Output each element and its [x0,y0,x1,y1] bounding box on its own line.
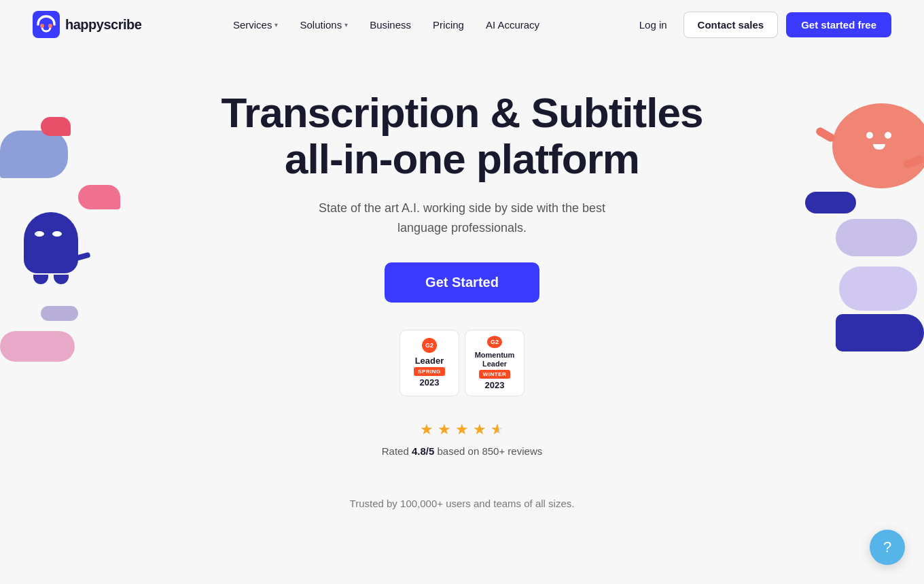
monster-foot-right [54,275,69,284]
nav-link-services[interactable]: Services ▾ [225,14,287,36]
nav-link-pricing[interactable]: Pricing [425,14,472,36]
nav-item-services[interactable]: Services ▾ [225,14,287,36]
arm-left [815,126,836,143]
hero-subtitle: State of the art A.I. working side by si… [313,199,611,238]
bubble-coral-sphere [832,103,924,188]
monster-left [20,212,82,300]
monster-body [24,212,78,273]
nav-link-ai-accuracy[interactable]: AI Accuracy [478,14,548,36]
contact-sales-button[interactable]: Contact sales [683,12,779,38]
bubble-lavender [41,306,78,321]
nav-actions: Log in Contact sales Get started free [631,12,891,38]
navbar: happyscribe Services ▾ Solutions ▾ Busin… [0,0,924,49]
chevron-down-icon: ▾ [344,21,348,29]
bubble-dark-right [836,314,924,351]
hero-title: Transcription & Subtitles all-in-one pla… [221,90,703,182]
arm-right [903,154,924,169]
deco-left [0,117,149,375]
chat-support-button[interactable]: ? [870,530,905,565]
face-eye-right [885,132,891,139]
stars-row: ★ ★ ★ ★ ★ ★ [420,421,504,439]
bubble-pink-small [78,185,120,209]
monster-foot-left [33,275,48,284]
trusted-text: Trusted by 100,000+ users and teams of a… [350,498,575,523]
nav-item-pricing[interactable]: Pricing [425,14,472,36]
bubble-blue-large [0,131,68,178]
g2-icon-momentum: G2 [487,336,502,348]
rating-text: Rated 4.8/5 based on 850+ reviews [382,445,542,457]
monster-eye-left [35,231,44,237]
hero-get-started-button[interactable]: Get Started [385,262,539,303]
nav-link-business[interactable]: Business [361,14,419,36]
nav-links: Services ▾ Solutions ▾ Business Pricing … [225,14,548,36]
svg-rect-0 [33,11,60,38]
logo-icon [33,11,60,38]
face-mouth [873,144,885,150]
star-1: ★ [420,421,433,439]
star-2: ★ [438,421,451,439]
star-3: ★ [455,421,469,439]
star-5-half: ★ ★ [491,421,504,439]
nav-item-solutions[interactable]: Solutions ▾ [291,14,356,36]
g2-icon-leader: G2 [422,338,437,353]
bubble-blue-right [805,192,856,213]
deco-right [775,103,924,389]
bubble-pink-left [0,331,75,362]
chevron-down-icon: ▾ [274,21,278,29]
nav-item-business[interactable]: Business [361,14,419,36]
chat-icon: ? [883,538,891,556]
login-button[interactable]: Log in [631,14,675,36]
monster-feet [20,275,82,284]
logo-text: happyscribe [65,17,141,33]
monster-tail [71,252,90,262]
bubble-lavender-large [836,219,917,256]
nav-item-ai-accuracy[interactable]: AI Accuracy [478,14,548,36]
badge-leader: G2 Leader SPRING 2023 [399,330,459,396]
nav-link-solutions[interactable]: Solutions ▾ [291,14,356,36]
face-eye-left [866,132,873,139]
monster-eye-right [52,231,62,237]
badges-row: G2 Leader SPRING 2023 G2 MomentumLeader … [399,330,525,396]
hero-section: Transcription & Subtitles all-in-one pla… [0,49,924,550]
star-4: ★ [473,421,486,439]
bubble-red-small [41,117,71,136]
svg-point-2 [48,24,52,28]
bubble-lavender-medium [839,267,917,311]
badge-momentum-leader: G2 MomentumLeader WINTER 2023 [465,330,525,396]
svg-point-1 [40,24,44,28]
get-started-free-button[interactable]: Get started free [786,12,891,37]
logo-link[interactable]: happyscribe [33,11,141,38]
